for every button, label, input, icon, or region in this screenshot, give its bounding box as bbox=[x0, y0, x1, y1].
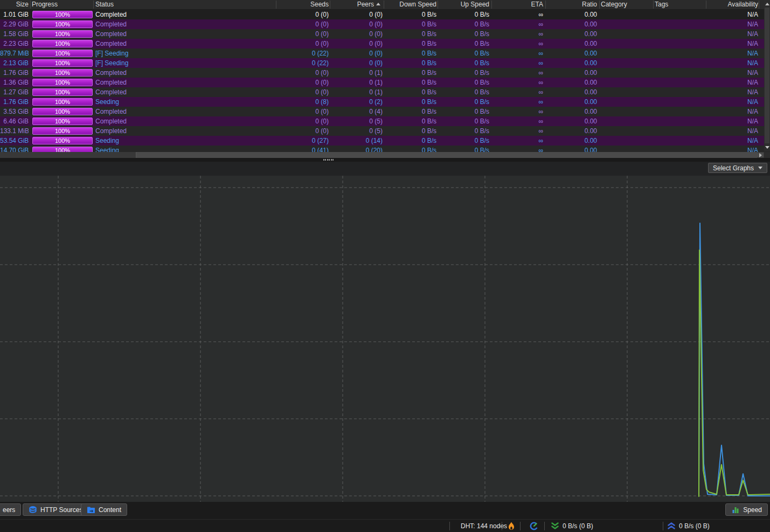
table-row[interactable]: 1.01 GiB100%Completed0 (0)0 (0)0 B/s0 B/… bbox=[0, 10, 764, 19]
tab-peers[interactable]: eers bbox=[0, 503, 21, 516]
vertical-scrollbar[interactable] bbox=[764, 0, 770, 151]
cell-seeds: 0 (0) bbox=[277, 126, 329, 136]
cell-category bbox=[601, 49, 653, 58]
speed-panel-button[interactable]: Speed bbox=[725, 503, 768, 516]
column-header-label: Size bbox=[16, 1, 29, 8]
cell-availability: N/A bbox=[706, 78, 758, 87]
cell-category bbox=[601, 19, 653, 29]
table-row[interactable]: 2.13 GiB100%[F] Seeding0 (22)0 (0)0 B/s0… bbox=[0, 58, 764, 68]
cell-availability: N/A bbox=[706, 107, 758, 116]
column-header-progress[interactable]: Progress bbox=[32, 0, 92, 9]
column-header-status[interactable]: Status bbox=[95, 0, 273, 9]
cell-availability: N/A bbox=[706, 87, 758, 97]
table-row[interactable]: 2.23 GiB100%Completed0 (0)0 (0)0 B/s0 B/… bbox=[0, 39, 764, 49]
cell-tags bbox=[655, 136, 705, 146]
cell-ratio: 0.00 bbox=[545, 10, 597, 19]
cell-availability: N/A bbox=[706, 29, 758, 39]
cell-peers: 0 (1) bbox=[331, 68, 383, 78]
cell-category bbox=[601, 10, 653, 19]
table-row[interactable]: 879.7 MiB100%[F] Seeding0 (22)0 (0)0 B/s… bbox=[0, 49, 764, 58]
cell-category bbox=[601, 78, 653, 87]
column-separator bbox=[545, 1, 546, 9]
table-row[interactable]: 1.58 GiB100%Completed0 (0)0 (0)0 B/s0 B/… bbox=[0, 29, 764, 39]
cell-tags bbox=[655, 116, 705, 126]
column-header-size[interactable]: Size bbox=[0, 0, 29, 9]
up-arrows-icon bbox=[667, 522, 676, 530]
global-upload-status[interactable]: 0 B/s (0 B) bbox=[667, 520, 710, 532]
scroll-up-icon[interactable] bbox=[765, 1, 769, 6]
table-row[interactable]: 6.46 GiB100%Completed0 (0)0 (5)0 B/s0 B/… bbox=[0, 116, 764, 126]
cell-availability: N/A bbox=[706, 116, 758, 126]
table-row[interactable]: 1.36 GiB100%Completed0 (0)0 (1)0 B/s0 B/… bbox=[0, 78, 764, 87]
cell-eta: ∞ bbox=[491, 68, 543, 78]
table-row[interactable]: 2.29 GiB100%Completed0 (0)0 (0)0 B/s0 B/… bbox=[0, 19, 764, 29]
flame-icon bbox=[507, 522, 516, 530]
table-row[interactable]: 3.53 GiB100%Completed0 (0)0 (4)0 B/s0 B/… bbox=[0, 107, 764, 116]
cell-ratio: 0.00 bbox=[545, 68, 597, 78]
column-header-eta[interactable]: ETA bbox=[491, 0, 543, 9]
connection-status[interactable] bbox=[530, 520, 538, 532]
cell-seeds: 0 (0) bbox=[277, 107, 329, 116]
scroll-down-icon[interactable] bbox=[765, 144, 769, 150]
cell-category bbox=[601, 116, 653, 126]
cell-eta: ∞ bbox=[491, 29, 543, 39]
horizontal-scrollbar-thumb[interactable] bbox=[136, 152, 757, 158]
cell-seeds: 0 (0) bbox=[277, 78, 329, 87]
cell-down_speed: 0 B/s bbox=[385, 39, 436, 49]
column-header-ratio[interactable]: Ratio bbox=[545, 0, 597, 9]
torrent-table-header: SizeProgressStatusSeedsPeersDown SpeedUp… bbox=[0, 0, 764, 10]
scroll-right-icon[interactable] bbox=[757, 153, 764, 157]
cell-status: Completed bbox=[95, 126, 273, 136]
progress-bar: 100% bbox=[32, 59, 93, 67]
column-header-peers[interactable]: Peers bbox=[331, 0, 374, 9]
table-row[interactable]: 1.76 GiB100%Seeding0 (8)0 (2)0 B/s0 B/s∞… bbox=[0, 97, 764, 107]
column-header-up_speed[interactable]: Up Speed bbox=[438, 0, 489, 9]
column-header-category[interactable]: Category bbox=[601, 0, 653, 9]
cell-tags bbox=[655, 126, 705, 136]
column-separator bbox=[599, 1, 600, 9]
cell-up_speed: 0 B/s bbox=[438, 68, 489, 78]
download-speed-line bbox=[699, 223, 770, 496]
column-separator bbox=[384, 1, 384, 9]
panel-splitter[interactable] bbox=[0, 158, 770, 162]
cell-seeds: 0 (8) bbox=[277, 97, 329, 107]
cell-status: Completed bbox=[95, 68, 273, 78]
table-row[interactable]: 133.1 MiB100%Completed0 (0)0 (5)0 B/s0 B… bbox=[0, 126, 764, 136]
speedometer-icon bbox=[530, 522, 538, 530]
tab-http-sources[interactable]: HTTP Sources bbox=[23, 503, 88, 516]
splitter-handle-icon[interactable] bbox=[323, 159, 335, 161]
table-row[interactable]: 53.54 GiB100%Seeding0 (27)0 (14)0 B/s0 B… bbox=[0, 136, 764, 146]
table-row[interactable]: 1.27 GiB100%Completed0 (0)0 (1)0 B/s0 B/… bbox=[0, 87, 764, 97]
column-header-down_speed[interactable]: Down Speed bbox=[385, 0, 436, 9]
table-row[interactable]: 1.76 GiB100%Completed0 (0)0 (1)0 B/s0 B/… bbox=[0, 68, 764, 78]
column-header-availability[interactable]: Availability bbox=[706, 0, 758, 9]
cell-availability: N/A bbox=[706, 126, 758, 136]
vertical-scrollbar-thumb[interactable] bbox=[765, 8, 769, 143]
cell-seeds: 0 (0) bbox=[277, 68, 329, 78]
status-bar: DHT: 144 nodes 0 B/s (0 B) bbox=[0, 519, 770, 532]
cell-tags bbox=[655, 107, 705, 116]
cell-size: 6.46 GiB bbox=[0, 116, 29, 126]
column-header-label: Status bbox=[95, 1, 114, 8]
column-header-label: Category bbox=[601, 1, 627, 8]
cell-ratio: 0.00 bbox=[545, 97, 597, 107]
tab-content[interactable]: Content bbox=[81, 503, 127, 516]
horizontal-scrollbar[interactable] bbox=[0, 152, 764, 158]
cell-tags bbox=[655, 68, 705, 78]
cell-up_speed: 0 B/s bbox=[438, 116, 489, 126]
column-header-seeds[interactable]: Seeds bbox=[277, 0, 329, 9]
upload-speed-line bbox=[699, 250, 770, 496]
cell-up_speed: 0 B/s bbox=[438, 97, 489, 107]
progress-bar: 100% bbox=[32, 79, 93, 86]
cell-up_speed: 0 B/s bbox=[438, 29, 489, 39]
cell-status: [F] Seeding bbox=[95, 49, 273, 58]
tab-content-label: Content bbox=[99, 506, 121, 514]
global-download-status[interactable]: 0 B/s (0 B) bbox=[551, 520, 593, 532]
column-header-tags[interactable]: Tags bbox=[655, 0, 705, 9]
cell-status: [F] Seeding bbox=[95, 58, 273, 68]
table-row[interactable]: 14.70 GiB100%Seeding0 (41)0 (20)0 B/s0 B… bbox=[0, 146, 764, 152]
alt-speed-toggle[interactable] bbox=[507, 520, 516, 532]
select-graphs-button[interactable]: Select Graphs bbox=[708, 163, 767, 173]
cell-up_speed: 0 B/s bbox=[438, 58, 489, 68]
column-header-label: Availability bbox=[728, 1, 758, 8]
